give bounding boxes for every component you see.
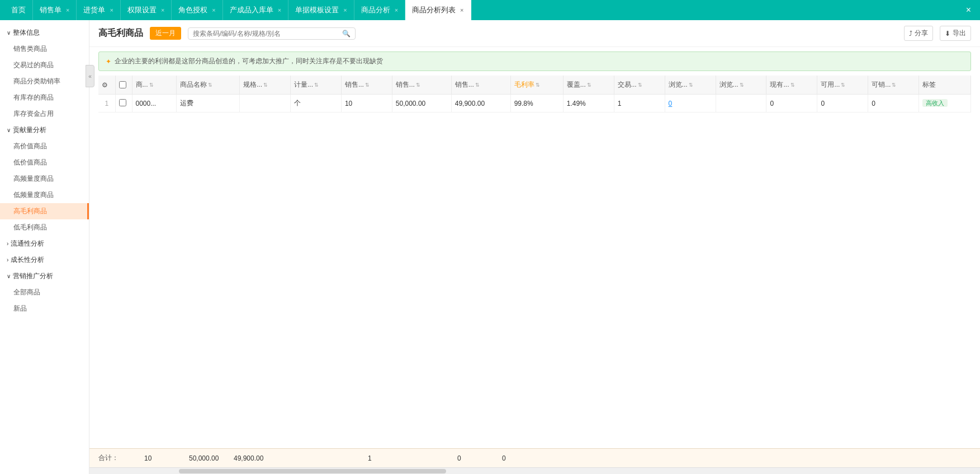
nav-tab-purchase-close[interactable]: × [110, 7, 113, 13]
sidebar-item-stock-goods[interactable]: 有库存的商品 [0, 90, 89, 106]
cell-current-stock: 0 [766, 95, 817, 112]
sort-icon: ⇅ [314, 82, 319, 88]
export-button[interactable]: ⬇ 导出 [940, 26, 971, 41]
sidebar-collapse-button[interactable]: « [86, 65, 94, 87]
th-gross-rate[interactable]: 毛利率⇅ [510, 76, 563, 95]
table-container: ⚙ 商...⇅ 商品名称⇅ 规格...⇅ [89, 76, 980, 448]
nav-tab-goods-analysis[interactable]: 商品分析 × [354, 0, 405, 20]
nav-tab-permission[interactable]: 权限设置 × [121, 0, 172, 20]
sort-icon: ⇅ [790, 82, 795, 88]
footer-current-stock: 0 [454, 454, 499, 462]
nav-tab-template-label: 单据模板设置 [295, 5, 339, 15]
th-settings[interactable]: ⚙ [98, 76, 115, 95]
sidebar-item-category-rate[interactable]: 商品分类助销率 [0, 73, 89, 90]
nav-tab-permission-close[interactable]: × [161, 7, 164, 13]
search-icon[interactable]: 🔍 [342, 30, 351, 37]
th-sales-qty[interactable]: 销售...⇅ [341, 76, 392, 95]
th-sales-cost[interactable]: 销售...⇅ [451, 76, 510, 95]
sort-icon: ⇅ [475, 82, 480, 88]
sort-icon: ⇅ [740, 82, 744, 88]
content-header: 高毛利商品 近一月 🔍 ⤴ 分享 ⬇ 导出 [89, 20, 980, 47]
nav-tab-inventory[interactable]: 产成品入库单 × [223, 0, 288, 20]
nav-tab-home-label: 首页 [11, 5, 26, 15]
footer-bar: 合计： 10 50,000.00 49,900.00 1 0 0 [89, 448, 980, 467]
nav-tab-sales-label: 销售单 [40, 5, 61, 15]
nav-tab-inventory-close[interactable]: × [278, 7, 281, 13]
footer-available: 0 [499, 454, 543, 462]
sort-icon: ⇅ [263, 82, 268, 88]
views1-link[interactable]: 0 [669, 100, 673, 107]
data-table: ⚙ 商...⇅ 商品名称⇅ 规格...⇅ [98, 76, 971, 112]
nav-tab-goods-analysis-label: 商品分析 [361, 5, 390, 15]
nav-tab-purchase-label: 进货单 [83, 5, 105, 15]
scrollbar-thumb[interactable] [179, 469, 446, 473]
nav-tab-goods-analysis-close[interactable]: × [395, 7, 398, 13]
sidebar-group-overall-label: 整体信息 [13, 28, 40, 37]
nav-tab-goods-list-label: 商品分析列表 [412, 5, 456, 15]
th-checkbox[interactable] [115, 76, 132, 95]
filter-recent-month-button[interactable]: 近一月 [150, 27, 181, 40]
row-checkbox[interactable] [119, 99, 126, 106]
sidebar-item-stock-funds[interactable]: 库存资金占用 [0, 106, 89, 122]
nav-tab-purchase[interactable]: 进货单 × [77, 0, 120, 20]
sidebar-item-low-freq[interactable]: 低频量度商品 [0, 187, 89, 203]
cell-checkbox[interactable] [115, 95, 132, 112]
th-available[interactable]: 可用...⇅ [817, 76, 868, 95]
close-all-button[interactable]: × [962, 5, 976, 15]
nav-tab-home[interactable]: 首页 [4, 0, 33, 20]
cell-sales-cost: 49,900.00 [451, 95, 510, 112]
sidebar-item-high-freq[interactable]: 高频量度商品 [0, 171, 89, 187]
page-title: 高毛利商品 [98, 27, 143, 39]
cell-views1[interactable]: 0 [665, 95, 716, 112]
th-sellable[interactable]: 可销...⇅ [868, 76, 919, 95]
circulation-arrow: › [7, 241, 8, 247]
th-tag[interactable]: 标签 [919, 76, 971, 95]
sidebar-group-contribution-label: 贡献量分析 [13, 125, 46, 135]
footer-transactions: 1 [364, 454, 409, 462]
th-views1[interactable]: 浏览...⇅ [665, 76, 716, 95]
sidebar-item-traded-goods[interactable]: 交易过的商品 [0, 57, 89, 73]
nav-tab-template-close[interactable]: × [343, 7, 347, 13]
sidebar-item-new-goods[interactable]: 新品 [0, 301, 89, 317]
select-all-checkbox[interactable] [119, 81, 126, 88]
nav-tab-role-label: 角色授权 [178, 5, 207, 15]
th-views2[interactable]: 浏览...⇅ [716, 76, 766, 95]
th-name[interactable]: 商品名称⇅ [176, 76, 239, 95]
sidebar-group-growth[interactable]: › 成长性分析 [0, 252, 89, 268]
cell-name: 运费 [176, 95, 239, 112]
nav-tab-permission-label: 权限设置 [127, 5, 157, 15]
sidebar-item-low-value[interactable]: 低价值商品 [0, 154, 89, 171]
th-code[interactable]: 商...⇅ [132, 76, 176, 95]
th-unit[interactable]: 计量...⇅ [290, 76, 341, 95]
footer-sales-cost: 49,900.00 [230, 454, 275, 462]
th-coverage[interactable]: 覆盖...⇅ [563, 76, 614, 95]
th-transactions[interactable]: 交易...⇅ [614, 76, 665, 95]
nav-tab-template[interactable]: 单据模板设置 × [288, 0, 354, 20]
share-button[interactable]: ⤴ 分享 [904, 26, 933, 41]
sidebar-item-low-margin[interactable]: 低毛利商品 [0, 219, 89, 236]
sidebar-group-contribution[interactable]: ∨ 贡献量分析 [0, 122, 89, 138]
nav-tab-sales-close[interactable]: × [66, 7, 69, 13]
info-banner-text: 企业的主要的利润都是这部分商品创造的，可考虑加大推广，同时关注库存是不要出现缺货 [115, 57, 383, 66]
sort-icon: ⇅ [689, 82, 693, 88]
th-spec[interactable]: 规格...⇅ [240, 76, 291, 95]
nav-tab-goods-list[interactable]: 商品分析列表 × [405, 0, 471, 20]
search-box: 🔍 [188, 27, 356, 40]
sidebar-group-marketing[interactable]: ∨ 营销推广分析 [0, 268, 89, 284]
sidebar-item-all-goods[interactable]: 全部商品 [0, 284, 89, 301]
nav-tab-goods-list-close[interactable]: × [460, 7, 463, 13]
sort-icon: ⇅ [841, 82, 845, 88]
horizontal-scrollbar[interactable] [89, 467, 980, 474]
sidebar-item-high-value[interactable]: 高价值商品 [0, 138, 89, 154]
nav-tab-role[interactable]: 角色授权 × [172, 0, 222, 20]
sidebar-group-overall[interactable]: ∨ 整体信息 [0, 25, 89, 41]
contribution-arrow: ∨ [7, 127, 11, 133]
sidebar-group-circulation[interactable]: › 流通性分析 [0, 236, 89, 252]
sidebar-item-sales-goods[interactable]: 销售类商品 [0, 41, 89, 57]
search-input[interactable] [193, 30, 340, 37]
nav-tab-sales[interactable]: 销售单 × [33, 0, 77, 20]
nav-tab-role-close[interactable]: × [212, 7, 215, 13]
th-sales-amount[interactable]: 销售...⇅ [392, 76, 451, 95]
sidebar-item-high-margin[interactable]: 高毛利商品 [0, 203, 89, 219]
th-current-stock[interactable]: 现有...⇅ [766, 76, 817, 95]
